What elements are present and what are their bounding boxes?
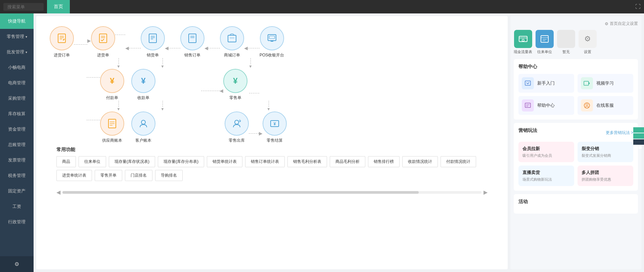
purchase-order-icon [50,26,74,50]
sales-order-label: 销售订单 [184,52,200,58]
flow-diagram: 进货订单 ▶ 进货单 [46,23,498,143]
sidebar-item-purchase[interactable]: 采购管理 [0,91,34,106]
marketing-item-group[interactable]: 多人拼团 拼团购物享受优惠 [578,166,633,186]
scroll-thumb[interactable] [62,191,419,194]
float-btn-desktop[interactable]: 桌面快捷 [633,139,644,145]
marketing-grid: 会员拉新 吸引用户成为会员 裂变分销 裂变式发展分销商 直播卖货 场景式购物新玩… [518,142,633,186]
flow-node-receipt[interactable]: ¥ 收款单 [131,69,155,101]
helpcenter-icon [522,99,534,111]
shop-order-icon [220,26,244,50]
sidebar-item-retail[interactable]: 零售管理 ▾ [0,29,34,44]
video-icon [581,77,593,89]
scroll-bar[interactable]: ◀ ▶ [46,188,498,197]
flow-node-retail-out[interactable]: 零售出库 [225,111,249,143]
float-btn-community[interactable]: 服务社区 [633,133,644,139]
arrow-right-1: ▶ [74,38,91,58]
function-button[interactable]: 收款情况统计 [402,156,438,167]
help-item-helpcenter[interactable]: 帮助中心 [518,96,574,115]
flow-node-sales-order[interactable]: 销售订单 [180,26,204,58]
marketing-item-live[interactable]: 直播卖货 场景式购物新玩法 [518,166,574,186]
help-item-support[interactable]: 在线客服 [578,96,633,115]
marketing-item-fission[interactable]: 裂变分销 裂变式发展分销商 [578,142,633,162]
function-button[interactable]: 销售毛利分析表 [287,156,327,167]
help-item-video[interactable]: 视频学习 [578,74,633,93]
retail-out-label: 零售出库 [229,138,245,143]
search-input[interactable] [3,3,44,11]
payment-label: 付款单 [106,95,118,101]
help-item-beginner[interactable]: 新手入门 [518,74,574,93]
support-icon [581,99,593,111]
flow-node-payment[interactable]: ¥ 付款单 [100,69,124,101]
expand-button[interactable]: ⛶ [635,4,641,10]
sidebar-item-ecommerce-mgmt[interactable]: 电商管理 [0,75,34,91]
pos-icon [260,26,284,50]
sidebar-item-salary[interactable]: 工资 [0,199,34,214]
flow-node-purchase[interactable]: 进货单 [91,26,115,58]
sales-label: 销货单 [147,52,159,58]
customer-account-label: 客户账本 [135,138,151,143]
flow-node-pos[interactable]: POS收银开台 [260,26,284,58]
sales-icon [141,26,165,50]
member-title: 会员拉新 [522,146,570,152]
sidebar-item-admin[interactable]: 行政管理 [0,214,34,230]
scroll-right-button[interactable]: ▶ [484,189,488,195]
sidebar-item-quicknav[interactable]: 快捷导航 [0,13,34,29]
quick-icon-contacts[interactable]: 往来单位 [536,30,554,54]
flow-node-supplier-account[interactable]: 供应商账本 [100,111,124,143]
quick-icon-cashflow[interactable]: 现金流量表 [514,30,532,54]
sidebar-item-assets[interactable]: 固定资产 [0,183,34,199]
flow-node-sales[interactable]: 销货单 [141,26,165,58]
scroll-left-button[interactable]: ◀ [56,189,60,195]
sidebar-item-wholesale[interactable]: 批发管理 ▾ [0,44,34,60]
purchase-icon [91,26,115,50]
svg-rect-4 [99,34,107,43]
common-func-title: 常用功能 [56,147,488,153]
function-button[interactable]: 零售开单 [95,170,122,181]
svg-rect-28 [519,36,527,42]
function-button[interactable]: 现存量(库存分布表) [158,156,204,167]
flow-node-purchase-order[interactable]: 进货订单 [50,26,74,58]
cashflow-label: 现金流量表 [514,49,532,54]
payment-icon: ¥ [100,69,124,93]
function-button[interactable]: 销售排行榜 [368,156,400,167]
sidebar-item-invoice[interactable]: 发票管理 [0,152,34,168]
function-button[interactable]: 商品毛利分析 [330,156,365,167]
function-button[interactable]: 往来单位 [79,156,106,167]
function-button[interactable]: 现存量(库存状况表) [109,156,155,167]
function-button[interactable]: 销售订单统计表 [245,156,285,167]
sidebar-item-ledger[interactable]: 总账管理 [0,137,34,152]
more-marketing-link[interactable]: 更多营销玩法 > [606,130,633,136]
function-button[interactable]: 门店排名 [125,170,152,181]
flow-node-customer-account[interactable]: 客户账本 [131,111,155,143]
empty-icon-box [557,30,575,48]
function-button[interactable]: 销货单统计表 [207,156,242,167]
retail-settle-label: 零售结算 [267,138,283,143]
quick-icon-settings[interactable]: ⚙ 设置 [579,30,597,54]
sidebar-item-tax[interactable]: 税务管理 [0,168,34,183]
marketing-title-row: 营销玩法 更多营销玩法 > [518,128,633,138]
svg-point-23 [141,120,145,124]
sidebar-item-ecommerce-small[interactable]: 小畅电商 [0,60,34,75]
float-btn-service[interactable]: 客服热线 [633,127,644,133]
home-tab[interactable]: 首页 [47,0,70,13]
scroll-track[interactable] [62,191,481,194]
svg-point-24 [235,120,239,124]
function-button[interactable]: 商品 [56,156,76,167]
customize-settings-button[interactable]: ⚙ 首页自定义设置 [514,19,638,30]
top-bar: 首页 ⛶ [0,0,644,13]
sidebar-item-inventory[interactable]: 库存核算 [0,106,34,122]
sales-order-icon [180,26,204,50]
function-button[interactable]: 付款情况统计 [441,156,476,167]
sidebar-settings-button[interactable]: ⚙ [0,256,34,272]
common-functions: 常用功能 商品往来单位现存量(库存状况表)现存量(库存分布表)销货单统计表销售订… [46,143,498,188]
activity-card: 活动 [514,194,638,214]
function-button[interactable]: 导购排名 [155,170,183,181]
sidebar-item-finance[interactable]: 资金管理 [0,122,34,137]
empty-label: 暂无 [562,49,570,54]
float-buttons: 客服热线 服务社区 桌面快捷 [633,127,644,145]
function-button[interactable]: 进货单统计表 [56,170,92,181]
flow-node-shop-order[interactable]: 商城订单 [220,26,244,58]
flow-node-retail-settle[interactable]: ¥ 零售结算 [263,111,287,143]
flow-node-retail[interactable]: ¥ 零售单 [223,69,247,101]
marketing-item-member[interactable]: 会员拉新 吸引用户成为会员 [518,142,574,162]
